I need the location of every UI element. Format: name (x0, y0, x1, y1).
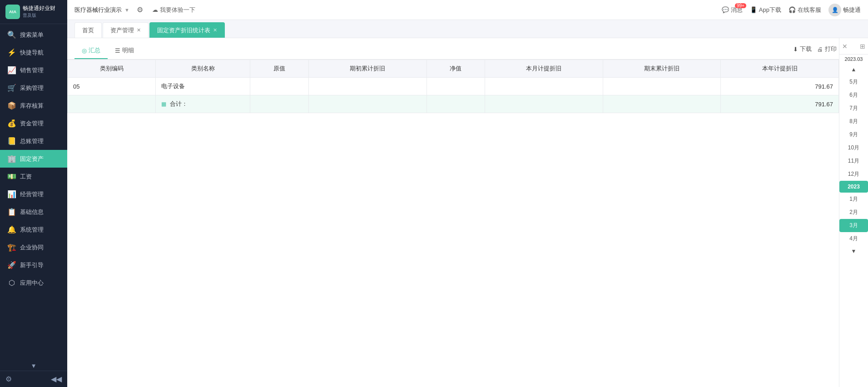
sidebar-label-sales: 销售管理 (20, 66, 44, 74)
right-date-panel: ✕ ⊞ 2023.03 ▲ 5月 6月 7月 8月 9月 10月 11月 12月… (839, 38, 868, 387)
sales-icon: 📈 (7, 66, 16, 74)
sidebar-label-inventory: 库存核算 (20, 102, 44, 110)
search-icon: 🔍 (7, 30, 16, 39)
nav-down[interactable]: ▼ (839, 245, 868, 257)
tab-asset-mgmt[interactable]: 资产管理 ✕ (103, 22, 149, 38)
cell-name: 电子设备 (156, 78, 250, 95)
collapse-icon[interactable]: ◀◀ (51, 375, 62, 383)
sub-tab-detail[interactable]: ☰ 明细 (108, 43, 141, 59)
col-original-value: 原值 (250, 60, 309, 78)
col-name: 类别名称 (156, 60, 250, 78)
tab-home-label: 首页 (82, 26, 94, 35)
cell-opening-dep (308, 78, 427, 95)
tab-home[interactable]: 首页 (74, 22, 102, 38)
app-download-label: App下载 (759, 6, 781, 14)
tab-fixed-asset-depreciation-close-icon[interactable]: ✕ (213, 27, 217, 33)
table-row: 05 电子设备 791.67 (68, 78, 839, 95)
sidebar-scroll-down[interactable]: ▼ (0, 361, 67, 371)
month-3[interactable]: 3月 (839, 219, 868, 232)
company-selector[interactable]: 医疗器械行业演示 ▼ (74, 6, 129, 14)
user-name: 畅捷通 (843, 6, 861, 14)
nav-up[interactable]: ▲ (839, 64, 868, 75)
sidebar-item-capital[interactable]: 💰资金管理 (0, 114, 67, 132)
sub-tab-bar: ◎ 汇总 ☰ 明细 ⬇ 下载 🖨 打印 ↻ 刷新 (67, 38, 868, 60)
company-name: 医疗器械行业演示 (74, 6, 122, 14)
tab-asset-mgmt-close-icon[interactable]: ✕ (137, 27, 141, 33)
cell-code: 05 (68, 78, 156, 95)
month-9[interactable]: 9月 (839, 128, 868, 141)
operations-icon: 📊 (7, 190, 16, 198)
sidebar-label-quick-nav: 快捷导航 (20, 49, 44, 57)
fixed-assets-icon: 🏢 (7, 154, 16, 163)
app-center-icon: ⬡ (7, 278, 16, 287)
sub-tab-summary[interactable]: ◎ 汇总 (74, 43, 108, 59)
sidebar-label-guide: 新手引导 (20, 261, 44, 269)
month-12[interactable]: 12月 (839, 168, 868, 181)
app-edition: 普及版 (23, 12, 55, 19)
col-annual-dep: 本年计提折旧 (721, 60, 839, 78)
sidebar-nav: 🔍搜索菜单⚡快捷导航📈销售管理🛒采购管理📦库存核算💰资金管理📒总账管理🏢固定资产… (0, 24, 67, 361)
sidebar-label-payroll: 工资 (20, 173, 32, 181)
month-7[interactable]: 7月 (839, 102, 868, 115)
message-icon: 💬 (722, 6, 729, 13)
total-label: 合计： (170, 100, 188, 107)
header-right: 💬 消息 99+ 📱 App下载 🎧 在线客服 👤 畅捷通 (722, 4, 861, 16)
date-panel-expand-icon[interactable]: ⊞ (860, 43, 865, 50)
print-button[interactable]: 🖨 打印 (817, 45, 837, 53)
month-11[interactable]: 11月 (839, 154, 868, 168)
user-profile[interactable]: 👤 畅捷通 (828, 4, 861, 16)
tab-fixed-asset-depreciation[interactable]: 固定资产折旧统计表 ✕ (149, 22, 225, 38)
col-closing-dep: 期末累计折旧 (603, 60, 721, 78)
sidebar-item-basic-info[interactable]: 📋基础信息 (0, 203, 67, 221)
col-monthly-dep: 本月计提折旧 (485, 60, 603, 78)
message-button[interactable]: 💬 消息 99+ (722, 6, 743, 14)
print-label: 打印 (825, 45, 837, 53)
download-icon: ⬇ (793, 46, 798, 53)
sidebar-item-enterprise[interactable]: 🏗️企业协同 (0, 238, 67, 256)
date-panel-close-icon[interactable]: ✕ (842, 43, 848, 50)
download-button[interactable]: ⬇ 下载 (793, 45, 812, 53)
content-area: ◎ 汇总 ☰ 明细 ⬇ 下载 🖨 打印 ↻ 刷新 (67, 38, 868, 387)
header-settings-icon[interactable]: ⚙ (137, 5, 143, 14)
sidebar-item-quick-nav[interactable]: ⚡快捷导航 (0, 44, 67, 61)
sidebar-item-fixed-assets[interactable]: 🏢固定资产 (0, 150, 67, 168)
sidebar-item-system[interactable]: 🔔系统管理 (0, 221, 67, 238)
app-name: 畅捷通好业财 (23, 5, 55, 12)
sidebar-item-app-center[interactable]: ⬡应用中心 (0, 274, 67, 292)
tab-fixed-asset-depreciation-label: 固定资产折旧统计表 (157, 26, 210, 35)
month-1[interactable]: 1月 (839, 193, 868, 206)
month-4[interactable]: 4月 (839, 232, 868, 245)
sidebar-item-purchase[interactable]: 🛒采购管理 (0, 79, 67, 97)
tab-asset-mgmt-label: 资产管理 (110, 26, 134, 35)
table-header-row: 类别编码 类别名称 原值 期初累计折旧 净值 本月计提折旧 期末累计折旧 本年计… (68, 60, 839, 78)
logo-text-block: 畅捷通好业财 普及版 (23, 5, 55, 19)
year-2023[interactable]: 2023 (839, 181, 868, 193)
settings-bottom-icon[interactable]: ⚙ (5, 375, 12, 383)
month-2[interactable]: 2月 (839, 206, 868, 219)
month-6[interactable]: 6月 (839, 89, 868, 102)
sidebar-item-guide[interactable]: 🚀新手引导 (0, 256, 67, 274)
online-service-button[interactable]: 🎧 在线客服 (789, 6, 821, 14)
detail-icon: ☰ (115, 47, 120, 54)
sidebar-item-operations[interactable]: 📊经营管理 (0, 185, 67, 203)
experience-label: 我要体验一下 (160, 6, 195, 14)
system-icon: 🔔 (7, 225, 16, 234)
sidebar: AtA 畅捷通好业财 普及版 🔍搜索菜单⚡快捷导航📈销售管理🛒采购管理📦库存核算… (0, 0, 67, 387)
month-8[interactable]: 8月 (839, 115, 868, 128)
date-panel-title: 2023.03 (839, 55, 868, 64)
total-original-value (250, 95, 309, 113)
sidebar-item-payroll[interactable]: 💵工资 (0, 168, 67, 185)
online-service-icon: 🎧 (789, 6, 796, 13)
experience-button[interactable]: ☁ 我要体验一下 (152, 6, 195, 14)
month-5[interactable]: 5月 (839, 75, 868, 89)
sidebar-item-sales[interactable]: 📈销售管理 (0, 61, 67, 79)
total-empty-code (68, 95, 156, 113)
sidebar-item-inventory[interactable]: 📦库存核算 (0, 97, 67, 114)
month-10[interactable]: 10月 (839, 141, 868, 154)
sidebar-item-ledger[interactable]: 📒总账管理 (0, 132, 67, 150)
app-download-button[interactable]: 📱 App下载 (750, 6, 781, 14)
basic-info-icon: 📋 (7, 208, 16, 216)
logo-icon: AtA (5, 5, 20, 19)
sidebar-item-search[interactable]: 🔍搜索菜单 (0, 26, 67, 44)
sidebar-label-fixed-assets: 固定资产 (20, 155, 44, 163)
